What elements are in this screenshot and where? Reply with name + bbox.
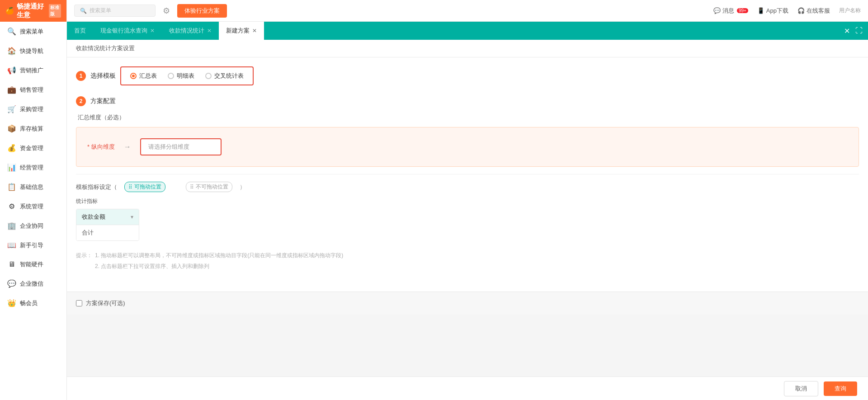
radio-cross-label: 交叉统计表 xyxy=(214,72,244,80)
gear-icon[interactable]: ⚙ xyxy=(163,6,170,16)
metrics-group-label: 统计指标 xyxy=(76,198,98,205)
tab-label-0: 首页 xyxy=(74,27,86,35)
non-draggable-label: 不可拖动位置 xyxy=(196,183,228,191)
tab-2[interactable]: 收款情况统计✕ xyxy=(162,22,219,40)
search-bar[interactable]: 🔍 搜索菜单 xyxy=(74,5,156,17)
tab-0[interactable]: 首页 xyxy=(67,22,93,40)
sidebar-label-4: 采购管理 xyxy=(20,105,43,113)
sidebar-item-7[interactable]: 📊 经营管理 xyxy=(0,158,66,177)
tab-close-2[interactable]: ✕ xyxy=(207,28,212,34)
tab-close-3[interactable]: ✕ xyxy=(252,28,257,34)
tab-label-3: 新建方案 xyxy=(226,27,250,35)
tips-section: 提示： 1. 拖动标题栏可以调整布局，不可跨维度或指标区域拖动目字段(只能在同一… xyxy=(76,250,859,272)
download-icon: 📱 xyxy=(757,7,764,14)
dimension-selector[interactable]: 请选择分组维度 xyxy=(140,138,222,155)
service-label: 在线客服 xyxy=(807,7,830,15)
radio-detail-label: 明细表 xyxy=(177,72,194,80)
save-checkbox[interactable] xyxy=(76,300,82,306)
sidebar-icon-7: 📊 xyxy=(7,163,16,172)
step1-section: 1 选择模板 汇总表 明细表 交叉统计表 xyxy=(76,66,859,85)
step1-badge: 1 xyxy=(76,71,86,81)
page-header: 收款情况统计方案设置 xyxy=(67,40,868,57)
sidebar-icon-3: 💼 xyxy=(7,85,16,94)
maximize-icon[interactable]: ⛶ xyxy=(855,27,863,35)
sidebar-icon-10: 🏢 xyxy=(7,221,16,230)
vertical-label: 纵向维度 xyxy=(87,143,115,151)
sidebar-label-9: 系统管理 xyxy=(20,202,43,211)
bottom-bar: 取消 查询 xyxy=(67,376,868,400)
download-label: App下载 xyxy=(766,7,788,15)
sidebar-icon-13: 💬 xyxy=(7,279,16,288)
sidebar-icon-14: 👑 xyxy=(7,299,16,307)
sidebar-label-0: 搜索菜单 xyxy=(20,28,43,36)
tip-line-1: 提示： 1. 拖动标题栏可以调整布局，不可跨维度或指标区域拖动目字段(只能在同一… xyxy=(76,250,859,261)
message-icon: 💬 xyxy=(713,7,721,14)
metrics-table-header[interactable]: 收款金额 ▾ xyxy=(76,209,139,225)
topbar: 🔍 搜索菜单 ⚙ 体验行业方案 💬 消息 99+ 📱 App下载 🎧 在线客服 … xyxy=(67,0,868,22)
close-window-icon[interactable]: ✕ xyxy=(844,27,850,35)
sidebar-label-1: 快捷导航 xyxy=(20,47,43,55)
step2-title: 方案配置 xyxy=(90,97,116,105)
sidebar-icon-8: 📋 xyxy=(7,183,16,191)
radio-summary[interactable]: 汇总表 xyxy=(130,72,157,80)
sidebar-item-10[interactable]: 🏢 企业协同 xyxy=(0,216,66,235)
drag-icon: ⠿ xyxy=(128,184,132,190)
sidebar-item-1[interactable]: 🏠 快捷导航 xyxy=(0,41,66,61)
metrics-sep xyxy=(173,183,179,191)
non-drag-icon: ⠿ xyxy=(190,184,194,190)
sidebar-icon-9: ⚙ xyxy=(7,202,16,211)
topbar-right: 💬 消息 99+ 📱 App下载 🎧 在线客服 用户名称 xyxy=(713,7,861,15)
metrics-group: 统计指标 收款金额 ▾ 合计 xyxy=(76,198,139,241)
message-badge: 99+ xyxy=(737,8,748,13)
radio-summary-dot xyxy=(130,73,137,79)
app-name: 畅捷通好生意 xyxy=(17,2,46,19)
query-button[interactable]: 查询 xyxy=(824,381,857,396)
tip2: 2. 点击标题栏下拉可设置排序、插入列和删除列 xyxy=(95,261,209,272)
sidebar-item-3[interactable]: 💼 销售管理 xyxy=(0,80,66,99)
chevron-down-icon: ▾ xyxy=(131,214,133,220)
sidebar-item-4[interactable]: 🛒 采购管理 xyxy=(0,99,66,119)
metrics-section: 模板指标设定（ ⠿ 可拖动位置 ⠿ 不可拖动位置 ） xyxy=(76,182,859,241)
step2-header: 2 方案配置 xyxy=(76,96,859,106)
sidebar-item-11[interactable]: 📖 新手引导 xyxy=(0,235,66,255)
sidebar-item-2[interactable]: 📢 营销推广 xyxy=(0,61,66,80)
sidebar-icon-0: 🔍 xyxy=(7,27,16,36)
service-btn[interactable]: 🎧 在线客服 xyxy=(797,7,830,15)
edition-badge: 标准版 xyxy=(49,4,61,18)
tip1: 1. 拖动标题栏可以调整布局，不可跨维度或指标区域拖动目字段(只能在同一维度或指… xyxy=(95,250,343,261)
logo-icon: 🍊 xyxy=(5,7,14,15)
tabbar: 首页现金银行流水查询✕收款情况统计✕新建方案✕ ✕ ⛶ xyxy=(67,22,868,40)
step1-title: 选择模板 xyxy=(90,72,116,80)
content-area: 1 选择模板 汇总表 明细表 交叉统计表 xyxy=(67,57,868,292)
sidebar-item-12[interactable]: 🖥 智能硬件 xyxy=(0,255,66,274)
tab-close-1[interactable]: ✕ xyxy=(150,28,155,34)
sidebar-label-5: 库存核算 xyxy=(20,125,43,133)
sidebar-item-6[interactable]: 💰 资金管理 xyxy=(0,138,66,158)
sidebar-item-8[interactable]: 📋 基础信息 xyxy=(0,177,66,197)
tab-3[interactable]: 新建方案✕ xyxy=(219,22,264,40)
non-draggable-badge: ⠿ 不可拖动位置 xyxy=(186,182,232,192)
radio-cross-dot xyxy=(205,73,212,79)
sidebar-item-13[interactable]: 💬 企业微信 xyxy=(0,274,66,293)
config-section: 汇总维度（必选） 纵向维度 → 请选择分组维度 模板指标设定（ ⠿ xyxy=(76,113,859,272)
dimension-area: 纵向维度 → 请选择分组维度 xyxy=(76,127,859,167)
search-placeholder: 搜索菜单 xyxy=(90,7,111,14)
main-content: 收款情况统计方案设置 1 选择模板 汇总表 明细表 xyxy=(67,40,868,400)
tab-1[interactable]: 现金银行流水查询✕ xyxy=(93,22,162,40)
service-icon: 🎧 xyxy=(797,7,805,14)
radio-summary-label: 汇总表 xyxy=(139,72,157,80)
sidebar-label-3: 销售管理 xyxy=(20,86,43,94)
sidebar-item-0[interactable]: 🔍 搜索菜单 xyxy=(0,22,66,41)
dimension-section-label: 汇总维度（必选） xyxy=(76,113,859,122)
cancel-button[interactable]: 取消 xyxy=(784,381,818,396)
sidebar-item-14[interactable]: 👑 畅会员 xyxy=(0,293,66,313)
download-btn[interactable]: 📱 App下载 xyxy=(757,7,788,15)
draggable-label: 可拖动位置 xyxy=(134,183,161,191)
sidebar-item-9[interactable]: ⚙ 系统管理 xyxy=(0,197,66,216)
trial-button[interactable]: 体验行业方案 xyxy=(177,4,227,18)
message-btn[interactable]: 💬 消息 99+ xyxy=(713,7,748,15)
footer-section: 方案保存(可选) xyxy=(67,292,868,315)
radio-cross[interactable]: 交叉统计表 xyxy=(205,72,244,80)
sidebar-item-5[interactable]: 📦 库存核算 xyxy=(0,119,66,138)
radio-detail[interactable]: 明细表 xyxy=(168,72,194,80)
